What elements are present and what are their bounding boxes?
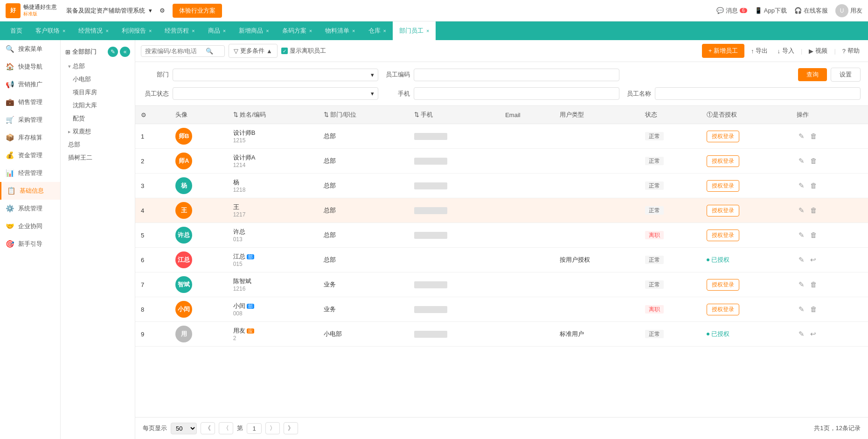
close-warehouse-tab[interactable]: × <box>383 28 386 34</box>
title-arrow-icon[interactable]: ▾ <box>149 7 152 14</box>
close-new-product-tab[interactable]: × <box>266 28 269 34</box>
sidebar-item-guide[interactable]: 🎯 新手引导 <box>0 235 60 253</box>
close-bom-tab[interactable]: × <box>352 28 355 34</box>
dept-collapse-btn[interactable]: « <box>120 47 130 57</box>
sidebar-item-collab[interactable]: 🤝 企业协同 <box>0 217 60 235</box>
tab-profit[interactable]: 利润报告 × <box>115 21 158 40</box>
edit-btn-9[interactable]: ✎ <box>797 329 806 339</box>
dept-node-distribution[interactable]: 配货 <box>61 112 135 125</box>
emp-status-select[interactable]: ▾ <box>173 87 378 100</box>
tab-bom[interactable]: 物料清单 × <box>319 21 361 40</box>
export-btn[interactable]: ↑ 导出 <box>748 44 771 57</box>
col-phone[interactable]: ⇅ 手机 <box>409 106 500 124</box>
last-page-btn[interactable]: 》 <box>284 422 298 434</box>
sidebar-item-quick-nav[interactable]: 🏠 快捷导航 <box>0 58 60 76</box>
sidebar-item-finance[interactable]: 💰 资金管理 <box>0 146 60 164</box>
view-btn[interactable]: ▶ 视频 <box>806 44 830 57</box>
delete-btn-6[interactable]: ↩ <box>808 255 818 265</box>
auth-login-btn-3[interactable]: 授权登录 <box>707 180 739 192</box>
close-customer-tab[interactable]: × <box>62 28 65 34</box>
sidebar-item-search[interactable]: 🔍 搜索菜单 <box>0 40 60 58</box>
col-settings[interactable]: ⚙ <box>135 106 170 124</box>
tab-new-product[interactable]: 新增商品 × <box>232 21 275 40</box>
emp-code-input[interactable] <box>414 69 619 81</box>
dept-node-headquarter2[interactable]: 总部 <box>61 138 135 151</box>
online-service-btn[interactable]: 🎧 在线客服 <box>794 7 828 15</box>
per-page-select[interactable]: 50 20 100 <box>171 423 197 434</box>
sidebar-item-system[interactable]: ⚙️ 系统管理 <box>0 200 60 217</box>
sidebar-item-sales[interactable]: 💼 销售管理 <box>0 93 60 111</box>
show-resigned-checkbox[interactable] <box>281 48 288 54</box>
tab-warehouse[interactable]: 仓库 × <box>362 21 393 40</box>
add-employee-btn[interactable]: + 新增员工 <box>702 44 744 58</box>
query-btn[interactable]: 查询 <box>798 68 827 81</box>
dept-node-shuanglu[interactable]: ▸ 双鹿想 <box>61 125 135 138</box>
close-operation-tab[interactable]: × <box>105 28 108 34</box>
search-icon[interactable]: 🔍 <box>206 48 213 55</box>
tab-operation[interactable]: 经营情况 × <box>72 21 115 40</box>
edit-btn-5[interactable]: ✎ <box>797 230 806 240</box>
close-employee-tab[interactable]: × <box>426 28 429 34</box>
tab-history[interactable]: 经营历程 × <box>158 21 201 40</box>
dept-node-small-electric[interactable]: 小电部 <box>61 73 135 86</box>
edit-btn-1[interactable]: ✎ <box>797 131 806 141</box>
search-input[interactable] <box>145 48 206 55</box>
sidebar-item-inventory[interactable]: 📦 库存核算 <box>0 129 60 146</box>
show-resigned-toggle[interactable]: 显示离职员工 <box>281 47 326 55</box>
close-profit-tab[interactable]: × <box>149 28 152 34</box>
sidebar-item-marketing[interactable]: 📢 营销推广 <box>0 76 60 93</box>
sidebar-item-management[interactable]: 📊 经营管理 <box>0 164 60 182</box>
more-filter-btn[interactable]: ▽ 更多条件 ▲ <box>229 44 278 58</box>
sidebar-item-basic-info[interactable]: 📋 基础信息 <box>0 182 60 200</box>
auth-login-btn-4[interactable]: 授权登录 <box>707 205 739 216</box>
delete-btn-8[interactable]: 🗑 <box>808 304 819 314</box>
delete-btn-1[interactable]: 🗑 <box>808 131 819 141</box>
messages-btn[interactable]: 💬 消息 6 <box>716 7 747 15</box>
edit-btn-6[interactable]: ✎ <box>797 255 806 265</box>
auth-login-btn-1[interactable]: 授权登录 <box>707 131 739 142</box>
tab-customer[interactable]: 客户联络 × <box>29 21 72 40</box>
gear-icon[interactable]: ⚙ <box>160 7 165 14</box>
set-btn[interactable]: 设置 <box>831 68 861 82</box>
col-dept-position[interactable]: ⇅ 部门/职位 <box>318 106 409 124</box>
tab-home[interactable]: 首页 <box>4 21 29 40</box>
auth-login-btn-2[interactable]: 授权登录 <box>707 155 739 167</box>
dept-edit-btn[interactable]: ✎ <box>108 47 118 57</box>
user-menu-btn[interactable]: U 用友 <box>835 4 862 17</box>
tab-employee[interactable]: 部门员工 × <box>393 21 436 40</box>
emp-name-input[interactable] <box>655 87 861 100</box>
help-btn[interactable]: ? 帮助 <box>840 44 862 57</box>
tab-barcode[interactable]: 条码方案 × <box>276 21 319 40</box>
dept-node-shenyang[interactable]: 沈阳大库 <box>61 99 135 112</box>
auth-login-btn-8[interactable]: 授权登录 <box>707 304 739 315</box>
close-history-tab[interactable]: × <box>192 28 194 34</box>
prev-page-btn[interactable]: 〈 <box>219 422 233 434</box>
app-download-btn[interactable]: 📱 App下载 <box>755 7 787 15</box>
delete-btn-5[interactable]: 🗑 <box>808 230 819 240</box>
edit-btn-8[interactable]: ✎ <box>797 304 806 314</box>
next-page-btn[interactable]: 〉 <box>265 422 280 434</box>
delete-btn-2[interactable]: 🗑 <box>808 156 819 166</box>
dept-select[interactable]: ▾ <box>173 69 378 81</box>
delete-btn-4[interactable]: 🗑 <box>808 205 819 215</box>
col-name-code[interactable]: ⇅ 姓名/编码 <box>228 106 318 124</box>
dept-node-headquarter[interactable]: ▾ 总部 <box>61 60 135 73</box>
dept-node-project-room[interactable]: 项目库房 <box>61 86 135 99</box>
auth-login-btn-5[interactable]: 授权登录 <box>707 230 739 241</box>
delete-btn-9[interactable]: ↩ <box>808 329 818 339</box>
edit-btn-7[interactable]: ✎ <box>797 279 806 289</box>
delete-btn-3[interactable]: 🗑 <box>808 181 819 190</box>
first-page-btn[interactable]: 《 <box>201 422 215 434</box>
close-barcode-tab[interactable]: × <box>309 28 312 34</box>
auth-login-btn-7[interactable]: 授权登录 <box>707 279 739 291</box>
tab-product[interactable]: 商品 × <box>201 21 232 40</box>
delete-btn-7[interactable]: 🗑 <box>808 279 819 289</box>
close-product-tab[interactable]: × <box>223 28 226 34</box>
dept-node-chushuwangii[interactable]: 插树王二 <box>61 151 135 164</box>
import-btn[interactable]: ↓ 导入 <box>774 44 797 57</box>
edit-btn-2[interactable]: ✎ <box>797 156 806 166</box>
edit-btn-4[interactable]: ✎ <box>797 205 806 215</box>
trial-button[interactable]: 体验行业方案 <box>173 4 222 18</box>
edit-btn-3[interactable]: ✎ <box>797 181 806 190</box>
phone-input[interactable] <box>414 87 619 100</box>
